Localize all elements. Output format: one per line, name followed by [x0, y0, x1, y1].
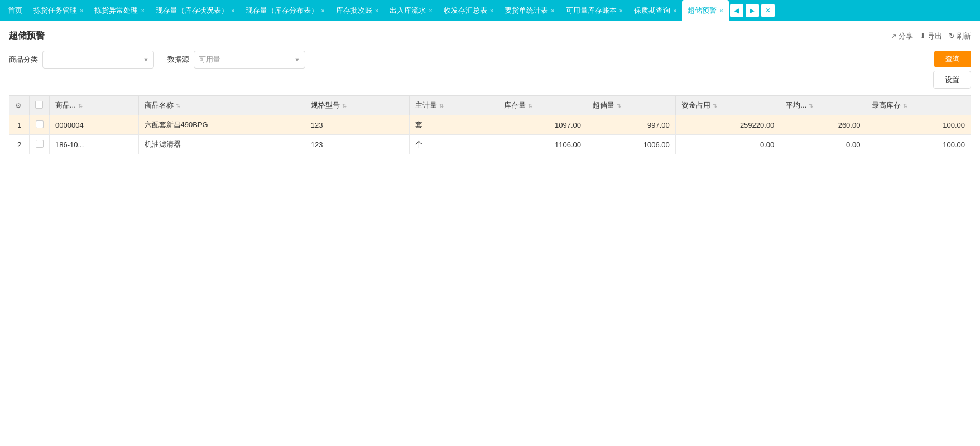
table-row: 2 186-10... 机油滤清器 123 个 1106.00 1006.00 … [9, 135, 971, 154]
sort-icon: ⇅ [903, 103, 907, 109]
row-product-code: 0000004 [50, 115, 139, 135]
th-spec[interactable]: 规格型号 ⇅ [305, 96, 410, 115]
settings-button[interactable]: 设置 [933, 71, 971, 89]
data-table: ⚙ 商品... ⇅ 商品名称 ⇅ [9, 95, 971, 154]
select-all-checkbox[interactable] [35, 101, 43, 109]
close-icon[interactable]: × [141, 7, 144, 14]
nav-bar: 首页 拣货任务管理 × 拣货异常处理 × 现存量（库存状况表） × 现存量（库存… [0, 0, 980, 21]
close-icon[interactable]: × [80, 7, 83, 14]
category-label: 商品分类 [9, 55, 38, 65]
th-product-code[interactable]: 商品... ⇅ [50, 96, 139, 115]
row-avg: 260.00 [780, 115, 866, 135]
filter-left: 商品分类 ▼ 数据源 可用量 ▼ [9, 51, 305, 69]
row-checkbox[interactable] [30, 135, 50, 154]
row-max-stock: 100.00 [866, 135, 971, 154]
th-avg[interactable]: 平均... ⇅ [780, 96, 866, 115]
row-product-name: 机油滤清器 [138, 135, 305, 154]
page-header: 超储预警 ↗ 分享 ⬇ 导出 ↻ 刷新 [9, 30, 971, 42]
gear-icon[interactable]: ⚙ [15, 101, 22, 110]
refresh-icon: ↻ [949, 32, 955, 40]
sort-icon: ⇅ [176, 103, 180, 109]
datasource-filter-group: 数据源 可用量 ▼ [167, 51, 305, 69]
datasource-select[interactable]: 可用量 ▼ [194, 51, 305, 69]
row-stock: 1097.00 [498, 115, 587, 135]
row-avg: 0.00 [780, 135, 866, 154]
chevron-down-icon: ▼ [143, 56, 149, 63]
close-icon[interactable]: × [429, 7, 432, 14]
datasource-label: 数据源 [167, 55, 189, 65]
nav-item-home[interactable]: 首页 [2, 0, 28, 21]
row-product-name: 六配套新昌490BPG [138, 115, 305, 135]
row-stock: 1106.00 [498, 135, 587, 154]
refresh-button[interactable]: ↻ 刷新 [949, 31, 971, 41]
category-filter-group: 商品分类 ▼ [9, 51, 154, 69]
close-icon[interactable]: × [375, 7, 378, 14]
th-gear: ⚙ [9, 96, 30, 115]
nav-item-order-stats[interactable]: 要货单统计表 × [499, 0, 560, 21]
th-max-stock[interactable]: 最高库存 ⇅ [866, 96, 971, 115]
chevron-down-icon: ▼ [294, 56, 300, 63]
th-stock[interactable]: 库存量 ⇅ [498, 96, 587, 115]
nav-item-quality[interactable]: 保质期查询 × [628, 0, 682, 21]
th-overstock[interactable]: 超储量 ⇅ [587, 96, 675, 115]
nav-prev-button[interactable]: ◀ [730, 4, 743, 17]
close-icon[interactable]: × [673, 7, 676, 14]
row-capital: 259220.00 [675, 115, 780, 135]
close-icon[interactable]: × [321, 7, 324, 14]
th-unit[interactable]: 主计量 ⇅ [410, 96, 498, 115]
nav-next-button[interactable]: ▶ [746, 4, 759, 17]
nav-item-batch[interactable]: 库存批次账 × [330, 0, 384, 21]
row-product-code: 186-10... [50, 135, 139, 154]
export-icon: ⬇ [920, 32, 926, 40]
th-product-name[interactable]: 商品名称 ⇅ [138, 96, 305, 115]
close-icon[interactable]: × [231, 7, 234, 14]
sort-icon: ⇅ [78, 103, 83, 109]
table-row: 1 0000004 六配套新昌490BPG 123 套 1097.00 997.… [9, 115, 971, 135]
nav-item-summary[interactable]: 收发存汇总表 × [438, 0, 499, 21]
nav-item-task[interactable]: 拣货任务管理 × [28, 0, 89, 21]
sort-icon: ⇅ [713, 103, 717, 109]
row-index: 1 [9, 115, 30, 135]
row-overstock: 997.00 [587, 115, 675, 135]
page-content: 超储预警 ↗ 分享 ⬇ 导出 ↻ 刷新 商品分类 ▼ [0, 21, 980, 446]
sort-icon: ⇅ [528, 103, 532, 109]
row-index: 2 [9, 135, 30, 154]
nav-item-exception[interactable]: 拣货异常处理 × [89, 0, 150, 21]
sort-icon: ⇅ [809, 103, 813, 109]
row-spec: 123 [305, 135, 410, 154]
nav-item-flow[interactable]: 出入库流水 × [384, 0, 438, 21]
share-button[interactable]: ↗ 分享 [891, 31, 913, 41]
row-capital: 0.00 [675, 135, 780, 154]
nav-item-stock-dist[interactable]: 现存量（库存分布表） × [240, 0, 330, 21]
sort-icon: ⇅ [439, 103, 444, 109]
row-spec: 123 [305, 115, 410, 135]
close-icon[interactable]: × [490, 7, 493, 14]
row-overstock: 1006.00 [587, 135, 675, 154]
close-icon[interactable]: × [719, 7, 723, 14]
sort-icon: ⇅ [617, 103, 621, 109]
nav-close-button[interactable]: ✕ [761, 4, 775, 17]
action-buttons: 查询 设置 [933, 51, 971, 89]
row-max-stock: 100.00 [866, 115, 971, 135]
th-capital[interactable]: 资金占用 ⇅ [675, 96, 780, 115]
row-unit: 个 [410, 135, 498, 154]
share-icon: ↗ [891, 32, 897, 40]
nav-item-overstock[interactable]: 超储预警 × [682, 0, 728, 21]
nav-item-available-ledger[interactable]: 可用量库存账本 × [560, 0, 628, 21]
datasource-select-value: 可用量 [199, 55, 220, 65]
close-icon[interactable]: × [619, 7, 623, 14]
close-icon[interactable]: × [551, 7, 554, 14]
header-actions: ↗ 分享 ⬇ 导出 ↻ 刷新 [891, 31, 971, 41]
row-unit: 套 [410, 115, 498, 135]
category-select[interactable]: ▼ [42, 51, 154, 69]
query-button[interactable]: 查询 [934, 51, 971, 67]
export-button[interactable]: ⬇ 导出 [920, 31, 942, 41]
row-checkbox[interactable] [30, 115, 50, 135]
page-title: 超储预警 [9, 30, 45, 42]
th-checkbox [30, 96, 50, 115]
sort-icon: ⇅ [342, 103, 347, 109]
nav-item-stock-status[interactable]: 现存量（库存状况表） × [150, 0, 240, 21]
filter-area: 商品分类 ▼ 数据源 可用量 ▼ 查询 设置 [9, 51, 971, 89]
